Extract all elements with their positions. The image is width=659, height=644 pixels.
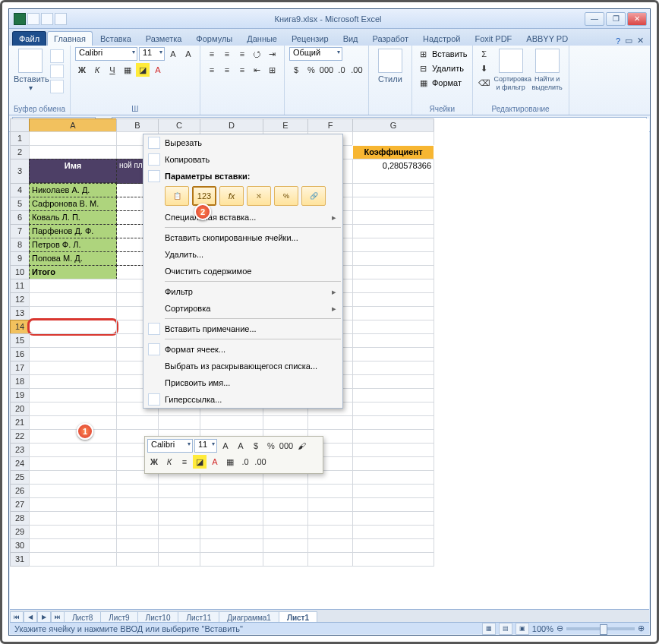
cell[interactable] xyxy=(352,538,434,553)
cell[interactable] xyxy=(307,525,353,539)
cell[interactable] xyxy=(307,511,353,526)
insert-cells-icon[interactable]: ⊞ xyxy=(417,47,430,61)
cell[interactable] xyxy=(352,402,434,416)
font-name-combo[interactable]: Calibri xyxy=(75,47,137,61)
paste-opt-values[interactable]: 123 xyxy=(192,186,216,206)
cell[interactable] xyxy=(352,484,434,498)
cell[interactable] xyxy=(200,484,263,498)
cell[interactable] xyxy=(158,525,200,539)
mini-font-color-icon[interactable]: A xyxy=(208,455,222,469)
cell[interactable] xyxy=(29,443,117,457)
cell[interactable] xyxy=(352,131,434,146)
qat-redo-icon[interactable] xyxy=(55,13,67,25)
cell[interactable] xyxy=(263,497,308,512)
underline-button[interactable]: Ч xyxy=(106,63,119,77)
cell[interactable] xyxy=(200,497,263,512)
row-header-23[interactable]: 23 xyxy=(10,443,30,457)
fill-color-icon[interactable]: ◪ xyxy=(136,63,150,77)
cell[interactable] xyxy=(352,443,434,457)
ctx-clear[interactable]: Очистить содержимое xyxy=(143,263,342,279)
row-header-10[interactable]: 10 xyxy=(10,265,30,279)
cell[interactable] xyxy=(352,238,434,252)
delete-cells-button[interactable]: Удалить xyxy=(432,64,464,73)
cell[interactable] xyxy=(200,552,263,567)
row-header-11[interactable]: 11 xyxy=(10,279,30,293)
cell[interactable] xyxy=(352,470,434,485)
ctx-hyperlink[interactable]: Гиперссылка... xyxy=(143,391,342,408)
cell[interactable] xyxy=(200,511,263,526)
row-header-12[interactable]: 12 xyxy=(10,292,30,307)
qat-undo-icon[interactable] xyxy=(41,13,53,25)
mini-font-combo[interactable]: Calibri xyxy=(147,439,193,453)
cell[interactable] xyxy=(352,511,434,526)
mini-currency-icon[interactable]: $ xyxy=(249,439,263,453)
cell[interactable] xyxy=(29,470,117,485)
cell[interactable] xyxy=(352,306,434,320)
cell[interactable] xyxy=(352,456,434,471)
cell[interactable] xyxy=(263,511,308,526)
cell[interactable] xyxy=(352,552,434,567)
cell[interactable] xyxy=(352,497,434,512)
row-header-18[interactable]: 18 xyxy=(10,374,30,389)
cell[interactable] xyxy=(29,333,117,348)
ribbon-min-icon[interactable]: ▭ xyxy=(625,36,632,46)
zoom-slider[interactable] xyxy=(566,627,635,630)
maximize-button[interactable]: ❐ xyxy=(606,12,626,26)
mini-center-icon[interactable]: ≡ xyxy=(178,455,191,469)
mini-inc-dec-icon[interactable]: .0 xyxy=(238,455,252,469)
wrap-icon[interactable]: ⇥ xyxy=(266,47,279,61)
cell[interactable] xyxy=(352,251,434,266)
close-button[interactable]: ✕ xyxy=(627,12,647,26)
cell[interactable] xyxy=(352,183,434,197)
ctx-filter[interactable]: Фильтр▸ xyxy=(143,283,342,300)
tab-review[interactable]: Рецензир xyxy=(285,31,336,46)
font-color-icon[interactable]: A xyxy=(151,63,165,77)
ctx-cut[interactable]: Вырезать xyxy=(143,134,342,151)
align-bot-icon[interactable]: ≡ xyxy=(235,47,249,61)
row-header-28[interactable]: 28 xyxy=(10,511,30,526)
cell[interactable] xyxy=(307,497,353,512)
cell[interactable] xyxy=(200,538,263,553)
paste-opt-formatting[interactable]: % xyxy=(274,186,298,206)
cell[interactable]: 0,280578366 xyxy=(352,159,434,184)
cell[interactable] xyxy=(29,361,117,375)
cell[interactable] xyxy=(263,525,308,539)
format-cells-icon[interactable]: ▦ xyxy=(417,76,430,90)
cell[interactable] xyxy=(116,552,159,567)
ctx-comment[interactable]: Вставить примечание... xyxy=(143,320,342,337)
mini-fill-color-icon[interactable]: ◪ xyxy=(193,455,207,469)
cell[interactable] xyxy=(29,347,117,361)
tab-insert[interactable]: Вставка xyxy=(93,31,138,46)
cell[interactable] xyxy=(352,292,434,307)
cell[interactable] xyxy=(307,484,353,498)
styles-button[interactable]: Стили xyxy=(374,47,407,84)
paste-opt-all[interactable]: 📋 xyxy=(165,186,189,206)
paste-button[interactable]: Вставить ▾ xyxy=(14,47,47,92)
row-header-29[interactable]: 29 xyxy=(10,525,30,539)
cell[interactable] xyxy=(29,145,117,159)
cell[interactable] xyxy=(29,456,117,471)
row-header-22[interactable]: 22 xyxy=(10,429,30,444)
bold-button[interactable]: Ж xyxy=(75,63,89,77)
tab-view[interactable]: Вид xyxy=(336,31,365,46)
cell[interactable] xyxy=(29,511,117,526)
zoom-out-button[interactable]: ⊖ xyxy=(557,623,563,633)
row-header-16[interactable]: 16 xyxy=(10,347,30,361)
inc-decimal-icon[interactable]: .0 xyxy=(335,63,348,77)
grow-font-icon[interactable]: A xyxy=(166,47,180,61)
cell[interactable] xyxy=(263,552,308,567)
mini-dec-dec-icon[interactable]: .00 xyxy=(254,455,267,469)
cell[interactable] xyxy=(116,538,159,553)
row-header-17[interactable]: 17 xyxy=(10,361,30,375)
cell[interactable] xyxy=(29,484,117,498)
dec-decimal-icon[interactable]: .00 xyxy=(350,63,364,77)
tab-home[interactable]: Главная xyxy=(47,31,93,46)
col-header-B[interactable]: B xyxy=(116,118,159,132)
cell[interactable] xyxy=(352,374,434,389)
row-header-24[interactable]: 24 xyxy=(10,456,30,471)
cell[interactable] xyxy=(352,197,434,211)
col-header-G[interactable]: G xyxy=(352,118,434,132)
cell[interactable] xyxy=(352,415,434,430)
cell[interactable]: Итого xyxy=(29,265,117,279)
tab-file[interactable]: Файл xyxy=(12,31,46,46)
